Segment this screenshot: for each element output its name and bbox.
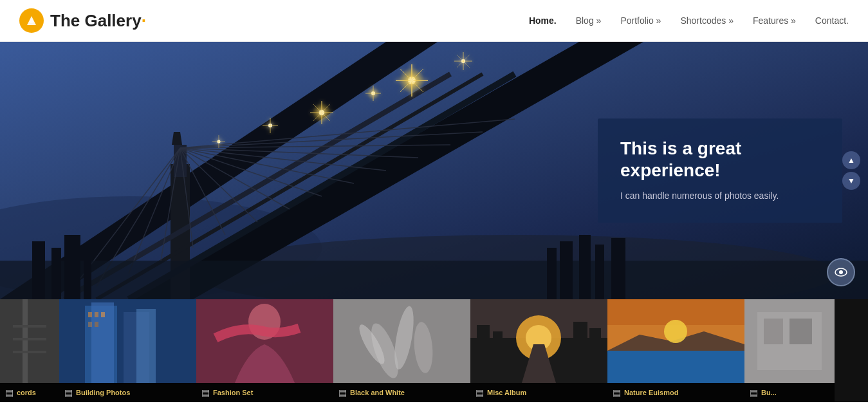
thumbnail-fashion-set[interactable]: ▤ Fashion Set [196,299,333,402]
nav-contact[interactable]: Contact. [815,15,849,26]
hero-subtitle: I can handle numerous of photos easily. [620,189,820,203]
nav-home[interactable]: Home. [529,15,557,26]
next-arrow-button[interactable]: ▼ [842,172,860,190]
thumb-label-building: ▤ Building Photos [59,383,196,402]
folder-icon-partial: ▤ [750,387,758,398]
svg-rect-61 [579,235,591,299]
svg-rect-68 [13,325,46,328]
folder-icon-bw: ▤ [338,387,347,398]
logo-text: The Gallery· [50,11,146,31]
thumb-image-bw [333,299,470,383]
thumbnails-strip: ▤ cords ▤ Building Photos [0,299,868,402]
thumb-image-fashion [196,299,333,383]
svg-rect-54 [0,261,868,299]
svg-rect-70 [13,351,46,353]
thumb-title-bw: Black and White [350,389,405,396]
svg-rect-66 [0,299,59,383]
thumbnail-misc[interactable]: ▤ Misc Album [470,299,607,402]
nav-features[interactable]: Features » [753,15,796,26]
thumb-label-bw: ▤ Black and White [333,383,470,402]
folder-icon: ▤ [5,387,14,398]
hero-section: This is a great experience! I can handle… [0,42,868,299]
svg-rect-58 [84,245,91,299]
svg-point-65 [839,270,843,274]
thumb-image-nature [607,299,744,383]
slider-arrows: ▲ ▼ [842,151,860,190]
thumb-title-misc: Misc Album [487,389,526,396]
thumbnail-bw[interactable]: ▤ Black and White [333,299,470,402]
svg-rect-60 [560,241,573,299]
thumb-image-cords [0,299,59,383]
svg-rect-93 [477,325,490,383]
svg-rect-94 [493,331,503,383]
svg-rect-63 [611,238,625,299]
svg-rect-78 [101,312,105,317]
thumb-title-cords: cords [17,389,36,396]
thumb-title-fashion: Fashion Set [213,389,253,396]
svg-rect-80 [95,322,98,327]
nav-blog[interactable]: Blog » [576,15,602,26]
thumb-title-building: Building Photos [76,389,130,396]
thumb-label-nature: ▤ Nature Euismod [607,383,744,402]
svg-rect-96 [589,328,601,383]
logo-icon [19,8,44,33]
thumb-label-fashion: ▤ Fashion Set [196,383,333,402]
svg-rect-75 [136,309,156,383]
svg-rect-62 [595,245,604,299]
svg-point-102 [664,320,687,343]
hero-background: This is a great experience! I can handle… [0,42,868,299]
thumb-image-building [59,299,196,383]
folder-icon-fashion: ▤ [201,387,210,398]
thumb-title-partial: Bu... [761,389,777,396]
prev-arrow-button[interactable]: ▲ [842,151,860,169]
thumbnail-building-photos[interactable]: ▤ Building Photos [59,299,196,402]
nav-shortcodes[interactable]: Shortcodes » [680,15,734,26]
svg-point-47 [367,87,380,100]
svg-rect-76 [88,312,92,317]
svg-point-38 [312,103,331,122]
svg-rect-57 [64,235,80,299]
eye-button[interactable] [827,258,855,286]
svg-rect-67 [23,299,28,383]
folder-icon-misc: ▤ [476,387,484,398]
svg-rect-59 [547,248,557,299]
svg-rect-56 [51,248,61,299]
svg-rect-95 [573,322,587,383]
thumbnail-cords[interactable]: ▤ cords [0,299,59,402]
svg-point-32 [399,68,425,93]
thumb-title-nature: Nature Euismod [624,389,678,396]
thumb-label-partial: ▤ Bu... [744,383,835,402]
svg-rect-77 [95,312,98,317]
thumbnail-partial[interactable]: ▤ Bu... [744,299,835,402]
logo-area: The Gallery· [19,8,146,33]
svg-rect-79 [88,322,92,327]
main-nav: Home. Blog » Portfolio » Shortcodes » Fe… [529,15,849,26]
svg-rect-69 [13,338,46,340]
nav-portfolio[interactable]: Portfolio » [620,15,661,26]
svg-rect-106 [790,319,812,344]
thumb-image-partial [744,299,835,383]
svg-point-0 [30,19,33,23]
svg-rect-100 [607,351,744,383]
folder-icon-nature: ▤ [613,387,621,398]
thumb-label-misc: ▤ Misc Album [470,383,607,402]
thumbnail-nature[interactable]: ▤ Nature Euismod [607,299,744,402]
svg-rect-105 [764,319,783,344]
svg-rect-55 [32,241,45,299]
thumb-label-cords: ▤ cords [0,383,59,402]
hero-text-box: This is a great experience! I can handle… [598,118,842,223]
folder-icon-building: ▤ [64,387,73,398]
header: The Gallery· Home. Blog » Portfolio » Sh… [0,0,868,42]
thumb-image-misc [470,299,607,383]
hero-title: This is a great experience! [620,138,820,181]
